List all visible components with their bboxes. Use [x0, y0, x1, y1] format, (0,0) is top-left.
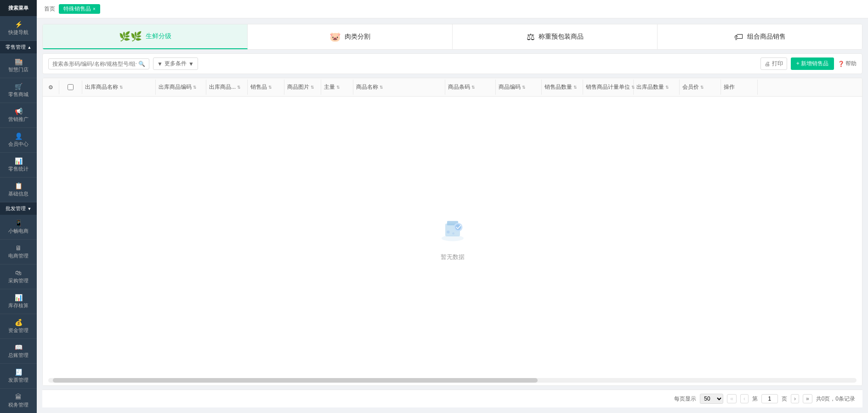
- tab-close-icon[interactable]: ×: [93, 6, 96, 11]
- page-input[interactable]: [761, 394, 778, 403]
- sidebar-item-invoice-mgmt[interactable]: 🧾 发票管理: [0, 364, 37, 389]
- select-all-checkbox[interactable]: [68, 84, 74, 90]
- prev-page-button[interactable]: ‹: [740, 394, 749, 403]
- active-tab-label: 特殊销售品: [63, 5, 91, 13]
- weigh-pack-label: 称重预包装商品: [539, 33, 584, 41]
- operate-label: 操作: [724, 83, 735, 91]
- filter-button[interactable]: ▼ 更多条件 ▼: [153, 57, 198, 70]
- sidebar-item-retail-mgmt[interactable]: 零售管理 ▲: [0, 41, 37, 53]
- add-label: + 新增销售品: [796, 60, 828, 68]
- th-sales: 销售品 ⇅: [248, 80, 284, 95]
- svg-point-5: [447, 230, 449, 233]
- out-code-label: 出库商品编码: [159, 83, 192, 91]
- sidebar-item-quick-nav[interactable]: ⚡ 快捷导航: [0, 16, 37, 41]
- th-unit: 销售商品计量单位 ⇅: [583, 80, 634, 95]
- sidebar-logo: 搜索菜单: [0, 0, 37, 16]
- out-code-sort-icon[interactable]: ⇅: [193, 85, 197, 90]
- print-button[interactable]: 🖨 打印: [760, 57, 787, 70]
- print-icon: 🖨: [765, 61, 770, 67]
- img-sort-icon[interactable]: ⇅: [311, 85, 314, 90]
- invoice-mgmt-icon: 🧾: [15, 368, 23, 376]
- topbar-home-link[interactable]: 首页: [44, 5, 55, 13]
- search-box[interactable]: 🔍: [48, 58, 149, 69]
- sidebar-item-purchase-mgmt[interactable]: 🛍 采购管理: [0, 264, 37, 289]
- sidebar-item-tax-mgmt[interactable]: 🏛 税务管理: [0, 389, 37, 413]
- th-checkbox[interactable]: [59, 80, 82, 94]
- empty-text: 暂无数据: [441, 253, 465, 261]
- th-goods-code: 商品编码 ⇅: [496, 80, 542, 95]
- main-area: 首页 特殊销售品 × 🌿🌿 生鲜分级 🐷 肉类分割 ⚖ 称重预包装商品 🏷 组合: [37, 0, 868, 413]
- th-settings[interactable]: ⚙: [43, 80, 59, 94]
- help-label: 帮助: [845, 60, 857, 68]
- topbar-active-tab[interactable]: 特殊销售品 ×: [59, 4, 100, 14]
- tab-combo[interactable]: 🏷 组合商品销售: [658, 24, 862, 49]
- scrollbar-thumb[interactable]: [53, 378, 538, 383]
- th-out-code: 出库商品编码 ⇅: [156, 80, 206, 95]
- goods-name-sort-icon[interactable]: ⇅: [380, 85, 383, 90]
- unit-label: 销售商品计量单位: [586, 83, 630, 91]
- toolbar-right: 🖨 打印 + 新增销售品 ❓ 帮助: [760, 57, 857, 70]
- out-barcode-sort-icon[interactable]: ⇅: [237, 85, 241, 90]
- first-page-button[interactable]: «: [727, 394, 737, 403]
- sidebar-item-marketing[interactable]: 📢 营销推广: [0, 103, 37, 128]
- filter-label: 更多条件: [165, 60, 187, 68]
- sidebar-item-label: 税务管理: [8, 402, 28, 408]
- member-center-icon: 👤: [15, 132, 23, 140]
- th-member-price: 会员价 ⇅: [680, 80, 721, 95]
- th-goods-barcode: 商品条码 ⇅: [445, 80, 496, 95]
- retail-mall-icon: 🛒: [15, 83, 23, 90]
- add-sales-button[interactable]: + 新增销售品: [791, 57, 834, 70]
- sidebar-item-general-ledger[interactable]: 📖 总账管理: [0, 339, 37, 364]
- search-input[interactable]: [52, 61, 136, 67]
- weight-sort-icon[interactable]: ⇅: [336, 85, 340, 90]
- tab-weigh-pack[interactable]: ⚖ 称重预包装商品: [453, 24, 658, 49]
- marketing-icon: 📢: [15, 108, 23, 115]
- next-page-button[interactable]: ›: [791, 394, 799, 403]
- sidebar-item-label: 快捷导航: [8, 29, 28, 36]
- finance-mgmt-icon: 💰: [15, 319, 23, 326]
- sidebar-item-wholesale-mgmt[interactable]: 批发管理 ▼: [0, 202, 37, 215]
- sidebar-item-mini-ecom[interactable]: 📱 小畅电商: [0, 215, 37, 240]
- table-header: ⚙ 出库商品名称 ⇅ 出库商品编码 ⇅ 出库商品... ⇅: [43, 78, 862, 97]
- out-qty-sort-icon[interactable]: ⇅: [665, 85, 669, 90]
- sidebar-item-ecom-mgmt[interactable]: 🖥 电商管理: [0, 240, 37, 264]
- per-page-select[interactable]: 50 10 20 100: [700, 394, 723, 404]
- toolbar-left: 🔍 ▼ 更多条件 ▼: [48, 57, 198, 70]
- sidebar-item-inventory[interactable]: 📊 库存核算: [0, 289, 37, 314]
- category-tabs: 🌿🌿 生鲜分级 🐷 肉类分割 ⚖ 称重预包装商品 🏷 组合商品销售: [42, 24, 862, 50]
- goods-code-label: 商品编码: [499, 83, 521, 91]
- sidebar-item-finance-mgmt[interactable]: 💰 资金管理: [0, 314, 37, 339]
- sidebar-item-member-center[interactable]: 👤 会员中心: [0, 128, 37, 153]
- sidebar-item-label: 营销推广: [8, 116, 28, 123]
- sidebar-item-basic-info[interactable]: 📋 基础信息: [0, 178, 37, 202]
- toolbar: 🔍 ▼ 更多条件 ▼ 🖨 打印 + 新增销售品 ❓ 帮助: [42, 53, 862, 74]
- sidebar-item-label: 资金管理: [8, 327, 28, 334]
- quick-nav-icon: ⚡: [15, 21, 23, 28]
- help-button[interactable]: ❓ 帮助: [838, 60, 857, 68]
- goods-code-sort-icon[interactable]: ⇅: [522, 85, 526, 90]
- out-name-label: 出库商品名称: [85, 83, 118, 91]
- tab-fresh-grade[interactable]: 🌿🌿 生鲜分级: [43, 24, 248, 49]
- retail-mgmt-arrow-icon: ▲: [28, 45, 32, 50]
- filter-icon: ▼: [157, 61, 163, 67]
- last-page-button[interactable]: »: [803, 394, 812, 403]
- sales-sort-icon[interactable]: ⇅: [268, 85, 272, 90]
- sidebar-item-label: 库存核算: [8, 302, 28, 309]
- member-price-sort-icon[interactable]: ⇅: [700, 85, 704, 90]
- member-price-label: 会员价: [682, 83, 699, 91]
- tab-meat-cut[interactable]: 🐷 肉类分割: [248, 24, 453, 49]
- sidebar-item-smart-store[interactable]: 🏬 智慧门店: [0, 53, 37, 78]
- page-unit-label: 页: [782, 395, 787, 403]
- out-name-sort-icon[interactable]: ⇅: [119, 85, 123, 90]
- general-ledger-icon: 📖: [15, 344, 23, 351]
- goods-barcode-sort-icon[interactable]: ⇅: [471, 85, 475, 90]
- sidebar-item-retail-mall[interactable]: 🛒 零售商城: [0, 78, 37, 103]
- combo-icon: 🏷: [734, 32, 743, 42]
- sidebar-item-retail-stats[interactable]: 📊 零售统计: [0, 153, 37, 178]
- scrollbar-track: [48, 378, 857, 383]
- settings-col-icon: ⚙: [48, 84, 53, 91]
- empty-illustration: [434, 211, 471, 247]
- horizontal-scrollbar[interactable]: [43, 375, 862, 385]
- sales-qty-label: 销售品数量: [545, 83, 572, 91]
- sales-qty-sort-icon[interactable]: ⇅: [573, 85, 577, 90]
